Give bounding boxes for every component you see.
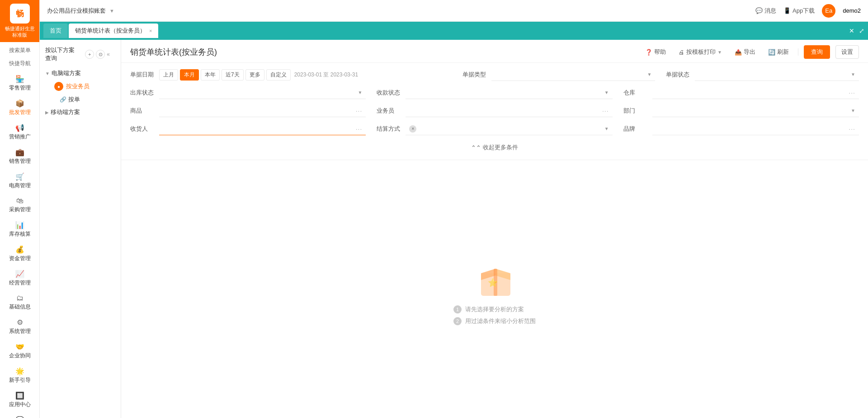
sidebar-item-marketing[interactable]: 📢 营销推广 [0, 120, 39, 144]
doc-type-control[interactable]: ▼ [491, 68, 656, 81]
date-btn-last-month[interactable]: 上月 [159, 69, 178, 81]
empty-hints: 1 请先选择要分析的方案 2 用过滤条件来缩小分析范围 [453, 305, 536, 325]
receiver-control[interactable]: ··· [159, 123, 366, 135]
refresh-icon: 🔄 [768, 49, 775, 56]
sidebar-item-finance[interactable]: 💰 资金管理 [0, 242, 39, 266]
sidebar-item-wholesale[interactable]: 📦 批发管理 [0, 95, 39, 120]
tree-item-salesperson[interactable]: ● 按业务员 [51, 80, 121, 93]
retail-icon: 🏪 [15, 75, 24, 83]
purchase-icon: 🛍 [16, 197, 24, 205]
sidebar-logo[interactable]: 畅 畅捷通好生意 标准版 [0, 0, 39, 42]
collapse-arrow-icon: ⌃⌃ [471, 144, 481, 151]
sidebar-item-operation[interactable]: 📈 经营管理 [0, 266, 39, 290]
print-template-btn[interactable]: 🖨 按模板打印 ▼ [675, 46, 726, 58]
goods-control[interactable]: ··· [159, 104, 366, 117]
date-btn-this-month[interactable]: 本月 [180, 69, 199, 81]
filter-department: 部门 ▼ [623, 104, 859, 117]
tree-mobile-arrow: ▶ [45, 110, 49, 115]
logo-icon: 畅 [10, 4, 30, 24]
sidebar-item-appstore[interactable]: 🔲 应用中心 [0, 388, 39, 412]
date-btn-more[interactable]: 更多 [245, 69, 264, 81]
export-btn[interactable]: 📤 导出 [731, 46, 759, 58]
mobile-icon: 📱 [783, 7, 791, 14]
finance-icon: 💰 [15, 245, 24, 254]
sidebar-item-newbie[interactable]: 🌟 新手引导 [0, 363, 39, 388]
doc-status-control[interactable]: ▼ [695, 68, 859, 81]
sidebar-item-basic[interactable]: 🗂 基础信息 [0, 290, 39, 314]
tab-sales-stats[interactable]: 销货单统计表（按业务员） × [69, 24, 158, 38]
brand-control[interactable]: ··· [652, 123, 859, 135]
settlement-control[interactable]: × ▼ [406, 123, 612, 135]
settings-btn[interactable]: 设置 [835, 45, 859, 59]
tree-desktop-arrow: ▼ [45, 71, 50, 76]
app-download-btn[interactable]: 📱 App下载 [783, 7, 815, 15]
department-control[interactable]: ▼ [652, 104, 859, 117]
action-divider [798, 48, 798, 56]
svg-text:⭐: ⭐ [488, 278, 498, 288]
print-dropdown-icon: ▼ [717, 50, 722, 55]
user-avatar[interactable]: Ea [822, 4, 835, 18]
date-range: 2023-03-01 至 2023-03-31 [294, 71, 358, 79]
user-name[interactable]: demo2 [843, 7, 861, 14]
filter-receiver: 收货人 ··· [130, 123, 366, 135]
brand-label: 品牌 [623, 125, 649, 133]
filter-brand: 品牌 ··· [623, 123, 859, 135]
sidebar-item-sales[interactable]: 💼 销售管理 [0, 144, 39, 169]
empty-illustration: ⭐ [472, 253, 517, 298]
page-title: 销货单统计表(按业务员) [130, 47, 217, 57]
empty-hint-2: 2 用过滤条件来缩小分析范围 [453, 317, 536, 325]
page-header: 销货单统计表(按业务员) ❓ 帮助 🖨 按模板打印 ▼ 📤 导出 [121, 40, 868, 63]
panel-add-btn[interactable]: + [85, 50, 94, 59]
logo-text: 畅捷通好生意 标准版 [2, 25, 38, 38]
sidebar-item-purchase[interactable]: 🛍 采购管理 [0, 193, 39, 217]
panel-title: 按以下方案查询 [45, 46, 80, 62]
basic-icon: 🗂 [16, 294, 24, 302]
appstore-icon: 🔲 [15, 391, 24, 400]
filter-row-2: 出库状态 ▼ 收款状态 ▼ 仓库 [130, 86, 859, 99]
settlement-clear[interactable]: × [409, 125, 416, 133]
warehouse-dots: ··· [849, 89, 855, 96]
salesperson-control[interactable]: ··· [406, 104, 612, 117]
sidebar: 畅 畅捷通好生意 标准版 搜索菜单 快捷导航 🏪 零售管理 📦 批发管理 📢 营… [0, 0, 40, 418]
tree-desktop-header[interactable]: ▼ 电脑端方案 [40, 67, 121, 80]
filter-area: 单据日期 上月 本月 本年 近7天 更多 自定义 2023-03-01 至 20… [121, 63, 868, 160]
sidebar-item-inventory[interactable]: 📊 库存核算 [0, 217, 39, 242]
refresh-btn[interactable]: 🔄 刷新 [764, 46, 793, 58]
tab-home[interactable]: 首页 [43, 24, 68, 38]
sidebar-search[interactable]: 搜索菜单 [0, 42, 39, 57]
sidebar-item-enterprise[interactable]: 🤝 企业协同 [0, 339, 39, 363]
help-btn[interactable]: ❓ 帮助 [642, 46, 670, 58]
tree-desktop-children: ● 按业务员 🔗 按单 [40, 80, 121, 106]
topbar-company[interactable]: 办公用品行业模拟账套 ▼ [47, 7, 114, 15]
brand-dots: ··· [849, 125, 855, 133]
link-icon: 🔗 [60, 96, 66, 103]
date-btn-custom[interactable]: 自定义 [266, 69, 291, 81]
sidebar-item-system[interactable]: ⚙ 系统管理 [0, 314, 39, 339]
tab-maximize-btn[interactable]: ⤢ [859, 27, 864, 34]
sidebar-quick-nav[interactable]: 快捷导航 [0, 57, 39, 69]
message-btn[interactable]: 💬 消息 [755, 7, 776, 15]
empty-state: ⭐ 1 请先选择要分析的方案 2 用过滤条件来缩小分析范围 [121, 160, 868, 418]
department-arrow: ▼ [851, 108, 855, 113]
date-btn-this-year[interactable]: 本年 [201, 69, 220, 81]
panel-settings-btn[interactable]: ⊙ [96, 50, 105, 59]
tab-sales-stats-close[interactable]: × [149, 28, 152, 33]
tree-active-icon: ● [54, 82, 63, 91]
warehouse-control[interactable]: ··· [652, 86, 859, 99]
tab-close-all[interactable]: ✕ [847, 25, 856, 36]
query-btn[interactable]: 查询 [804, 45, 830, 59]
system-icon: ⚙ [17, 318, 23, 327]
date-btn-7days[interactable]: 近7天 [222, 69, 244, 81]
sidebar-item-ecommerce[interactable]: 🛒 电商管理 [0, 169, 39, 193]
collapse-btn[interactable]: ⌃⌃ 收起更多条件 [130, 141, 859, 154]
panel-collapse-btn[interactable]: « [107, 51, 110, 57]
tab-sales-stats-label: 销货单统计表（按业务员） [75, 27, 146, 35]
out-status-control[interactable]: ▼ [159, 86, 366, 99]
sales-icon: 💼 [15, 148, 24, 157]
tree-item-by-order[interactable]: 🔗 按单 [51, 93, 121, 106]
sidebar-item-wechat[interactable]: 💬 企业微信 [0, 412, 39, 418]
salesperson-label: 业务员 [377, 107, 402, 115]
tree-mobile-header[interactable]: ▶ 移动端方案 [40, 106, 121, 119]
receipt-status-control[interactable]: ▼ [406, 86, 612, 99]
sidebar-item-retail[interactable]: 🏪 零售管理 [0, 71, 39, 95]
